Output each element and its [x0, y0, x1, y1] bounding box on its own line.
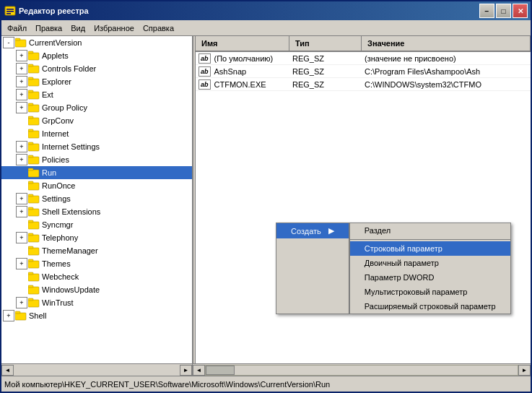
context-menu-container: Создать ▶ Раздел Строковый параметр Двои…: [276, 223, 511, 314]
expander-internetsettings[interactable]: +: [16, 141, 27, 152]
main-window: Редактор реестра − □ ✕ Файл Правка Вид И…: [0, 0, 532, 393]
svg-rect-37: [28, 246, 33, 249]
col-header-name[interactable]: Имя: [196, 36, 289, 51]
svg-rect-21: [28, 142, 33, 144]
svg-rect-16: [28, 118, 39, 125]
expander-shell[interactable]: +: [3, 310, 14, 321]
tree-item-explorer[interactable]: + Explorer: [1, 75, 192, 88]
folder-icon-syncmgr: [28, 220, 40, 230]
tree-item-ext[interactable]: + Ext: [1, 88, 192, 101]
tree-item-internet[interactable]: Internet: [1, 127, 192, 140]
tree-item-policies[interactable]: + Policies: [1, 153, 192, 166]
svg-rect-23: [28, 155, 33, 157]
reg-value-ctfmon: C:\WINDOWS\system32\CTFMO: [362, 80, 531, 89]
svg-rect-13: [28, 90, 33, 92]
expander-telephony[interactable]: +: [16, 232, 27, 243]
right-horizontal-scrollbar[interactable]: ◄ ►: [193, 364, 531, 376]
tree-label-windowsupdate: WindowsUpdate: [42, 285, 100, 294]
svg-rect-47: [15, 311, 20, 314]
tree-label-applets: Applets: [42, 51, 69, 60]
tree-item-run[interactable]: Run: [1, 166, 192, 179]
svg-rect-25: [28, 168, 33, 170]
left-horizontal-scrollbar[interactable]: ◄ ►: [1, 364, 193, 376]
submenu-item-expandstring[interactable]: Расширяемый строковый параметр: [350, 299, 510, 314]
expander-applets[interactable]: +: [16, 50, 27, 61]
expander-shellextensions[interactable]: +: [16, 206, 27, 217]
status-path: Мой компьютер\HKEY_CURRENT_USER\Software…: [4, 380, 330, 389]
minimize-button[interactable]: −: [479, 4, 494, 18]
tree-label-runonce: RunOnce: [42, 181, 75, 190]
expander-controlsfolder[interactable]: +: [16, 63, 27, 74]
tree-item-webcheck[interactable]: Webcheck: [1, 270, 192, 283]
menu-favorites[interactable]: Избранное: [90, 22, 139, 34]
submenu-item-multistring[interactable]: Мультистроковый параметр: [350, 285, 510, 299]
tree-item-settings[interactable]: + Settings: [1, 192, 192, 205]
submenu-item-section[interactable]: Раздел: [350, 223, 510, 238]
tree-item-currentversion[interactable]: - CurrentVersion: [1, 36, 192, 49]
svg-rect-38: [28, 261, 39, 268]
expander-windowsupdate: [16, 284, 27, 295]
svg-rect-18: [28, 131, 39, 138]
reg-row-ashsnap[interactable]: ab AshSnap REG_SZ C:\Program Files\Asham…: [196, 65, 531, 78]
tree-item-windowsupdate[interactable]: WindowsUpdate: [1, 283, 192, 296]
submenu-item-binary[interactable]: Двоичный параметр: [350, 256, 510, 270]
svg-rect-3: [6, 13, 11, 14]
tree-item-controlsfolder[interactable]: + Controls Folder: [1, 62, 192, 75]
submenu-item-string[interactable]: Строковый параметр: [350, 241, 510, 256]
tree-item-wintrust[interactable]: + WinTrust: [1, 296, 192, 309]
svg-rect-2: [6, 11, 14, 12]
svg-rect-41: [28, 272, 33, 275]
submenu-item-dword[interactable]: Параметр DWORD: [350, 270, 510, 285]
expander-run: [16, 167, 27, 178]
expander-ext[interactable]: +: [16, 89, 27, 100]
folder-icon-telephony: [28, 233, 40, 243]
svg-rect-4: [15, 40, 26, 47]
tree-item-grpconv[interactable]: GrpConv: [1, 114, 192, 127]
ctx-create-item[interactable]: Создать ▶: [276, 223, 349, 238]
col-header-value[interactable]: Значение: [362, 36, 531, 51]
expander-currentversion[interactable]: -: [3, 37, 14, 48]
title-bar: Редактор реестра − □ ✕: [1, 1, 531, 20]
tree-item-themes[interactable]: + Themes: [1, 257, 192, 270]
reg-row-default[interactable]: ab (По умолчанию) REG_SZ (значение не пр…: [196, 52, 531, 65]
tree-item-thememanager[interactable]: ThemeManager: [1, 244, 192, 257]
tree-item-shell[interactable]: + Shell: [1, 309, 192, 322]
reg-type-default: REG_SZ: [289, 54, 362, 63]
expander-explorer[interactable]: +: [16, 76, 27, 87]
folder-icon-shellextensions: [28, 207, 40, 217]
col-header-type[interactable]: Тип: [289, 36, 362, 51]
tree-item-telephony[interactable]: + Telephony: [1, 231, 192, 244]
folder-icon-internetsettings: [28, 142, 40, 152]
tree-label-grouppolicy: Group Policy: [42, 103, 87, 112]
ab-icon-ctfmon: ab: [199, 79, 211, 90]
tree-label-currentversion: CurrentVersion: [29, 38, 82, 47]
reg-row-ctfmon[interactable]: ab CTFMON.EXE REG_SZ C:\WINDOWS\system32…: [196, 78, 531, 91]
tree-item-grouppolicy[interactable]: + Group Policy: [1, 101, 192, 114]
tree-item-syncmgr[interactable]: Syncmgr: [1, 218, 192, 231]
tree-item-runonce[interactable]: RunOnce: [1, 179, 192, 192]
expander-settings[interactable]: +: [16, 193, 27, 204]
tree-item-internetsettings[interactable]: + Internet Settings: [1, 140, 192, 153]
tree-item-applets[interactable]: + Applets: [1, 49, 192, 62]
expander-policies[interactable]: +: [16, 154, 27, 165]
tree-label-syncmgr: Syncmgr: [42, 220, 73, 229]
expander-grpconv: [16, 115, 27, 126]
folder-icon-ext: [28, 90, 40, 100]
menu-view[interactable]: Вид: [66, 22, 90, 34]
expander-themes[interactable]: +: [16, 258, 27, 269]
expander-internet: [16, 128, 27, 139]
svg-rect-20: [28, 144, 39, 151]
tree-label-internetsettings: Internet Settings: [42, 142, 100, 151]
tree-panel: - CurrentVersion + Applets +: [1, 36, 193, 363]
close-button[interactable]: ✕: [513, 4, 528, 18]
expander-grouppolicy[interactable]: +: [16, 102, 27, 113]
tree-label-explorer: Explorer: [42, 77, 71, 86]
tree-item-shellextensions[interactable]: + Shell Extensions: [1, 205, 192, 218]
maximize-button[interactable]: □: [496, 4, 511, 18]
menu-help[interactable]: Справка: [139, 22, 178, 34]
tree-container[interactable]: - CurrentVersion + Applets +: [1, 36, 192, 363]
expander-wintrust[interactable]: +: [16, 297, 27, 308]
menu-file[interactable]: Файл: [3, 22, 31, 34]
svg-rect-35: [28, 233, 33, 236]
menu-edit[interactable]: Правка: [31, 22, 66, 34]
